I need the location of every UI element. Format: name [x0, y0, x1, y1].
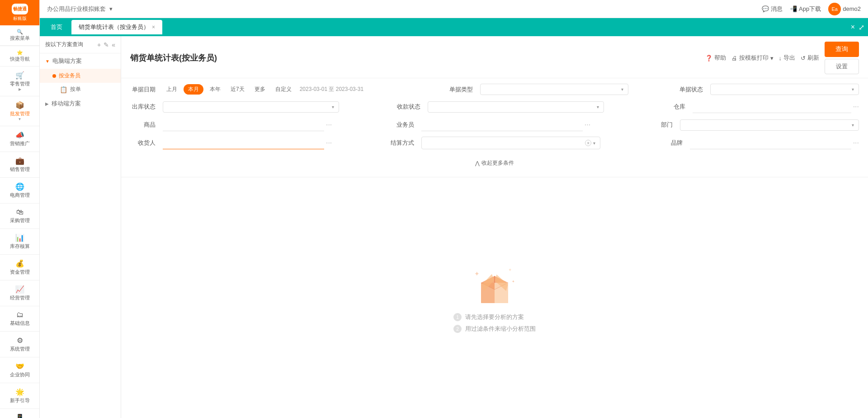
- help-label: 帮助: [714, 54, 726, 62]
- topbar: 办公用品行业模拟账套 ▾ 💬 消息 📲 App下载 Ea demo2: [40, 0, 868, 18]
- goods-label: 商品: [130, 121, 156, 129]
- date-btn-custom[interactable]: 自定义: [272, 84, 295, 95]
- tree-pc-section[interactable]: ▼ 电脑端方案: [40, 53, 121, 69]
- message-btn[interactable]: 💬 消息: [762, 5, 783, 13]
- date-options: 上月 本月 本年 近7天 更多 自定义 2023-03-01 至 2023-03…: [163, 84, 363, 95]
- user-area[interactable]: Ea demo2: [828, 3, 861, 15]
- app-download-btn[interactable]: 📲 App下载: [790, 5, 821, 13]
- payment-label: 结算方式: [389, 139, 414, 147]
- inventory-icon: 📊: [15, 233, 24, 242]
- fullscreen-btn[interactable]: ⤢: [859, 23, 864, 32]
- receiver-dots[interactable]: ···: [326, 139, 332, 147]
- brand-dots[interactable]: ···: [853, 139, 859, 147]
- tab-close-icon[interactable]: ×: [152, 24, 155, 30]
- sidebar: 畅捷通 标账版 🔍 搜索菜单 ⭐ 快捷导航 🛒 零售管理 ▶ 📦 批发管理 ▼ …: [0, 0, 40, 418]
- sidebar-item-enterprise[interactable]: 🤝 企业协同: [0, 357, 39, 383]
- filter-row-2: 出库状态 ▾ 收款状态 ▾ 仓库 ···: [130, 100, 859, 113]
- payment-clear-btn[interactable]: ×: [585, 140, 591, 146]
- logo-icon: 畅捷通: [12, 4, 28, 14]
- tip-num-1: 1: [453, 313, 462, 321]
- collapse-btn[interactable]: ⋀ 收起更多条件: [468, 157, 521, 170]
- date-btn-this-year[interactable]: 本年: [206, 84, 224, 95]
- svg-text:✦: ✦: [474, 270, 480, 277]
- date-btn-more[interactable]: 更多: [251, 84, 269, 95]
- tree-item-by-salesperson[interactable]: 按业务员: [40, 69, 121, 83]
- warehouse-dots[interactable]: ···: [853, 103, 859, 111]
- tree-mobile-section[interactable]: ▶ 移动端方案: [40, 96, 121, 111]
- active-dot: [52, 74, 56, 78]
- retail-arrow: ▶: [19, 87, 21, 91]
- date-btn-7days[interactable]: 近7天: [227, 84, 248, 95]
- salesperson-dots[interactable]: ···: [585, 121, 590, 129]
- tree-item-by-order[interactable]: 📋 按单: [40, 83, 121, 96]
- search-label: 搜索菜单: [10, 35, 30, 42]
- receiver-input[interactable]: [163, 137, 324, 149]
- payment-select[interactable]: × ▾: [421, 137, 600, 149]
- empty-state: ✦ ✦ ✦ 1 请先选择要分析的方案 2 用过滤条件来缩小分析范围: [121, 177, 868, 418]
- salesperson-input[interactable]: [421, 119, 583, 131]
- date-btn-this-month[interactable]: 本月: [184, 84, 203, 95]
- refresh-btn[interactable]: ↺ 刷新: [801, 54, 819, 62]
- collapse-panel-btn[interactable]: «: [112, 41, 115, 48]
- tip-text-1: 请先选择要分析的方案: [465, 313, 524, 321]
- sidebar-item-marketing[interactable]: 📣 营销推广: [0, 126, 39, 152]
- doc-status-select[interactable]: ▾: [710, 84, 859, 95]
- sidebar-shortcut[interactable]: ⭐ 快捷导航: [0, 46, 39, 66]
- empty-illustration: ✦ ✦ ✦: [467, 262, 522, 308]
- help-btn[interactable]: ❓ 帮助: [705, 54, 726, 62]
- tip-text-2: 用过滤条件来缩小分析范围: [465, 325, 536, 333]
- doc-status-label: 单据状态: [678, 86, 703, 94]
- export-btn[interactable]: ↓ 导出: [779, 54, 796, 62]
- message-label: 消息: [771, 5, 783, 13]
- print-icon: 🖨: [731, 55, 737, 62]
- sidebar-item-inventory[interactable]: 📊 库存核算: [0, 229, 39, 255]
- topbar-title-area: 办公用品行业模拟账套 ▾: [47, 5, 113, 13]
- sidebar-search[interactable]: 🔍 搜索菜单: [0, 25, 39, 46]
- brand-input[interactable]: [690, 137, 851, 149]
- by-order-label: 按单: [70, 86, 81, 93]
- order-icon: 📋: [60, 86, 67, 93]
- tab-sales-stat[interactable]: 销货单统计表（按业务员） ×: [71, 20, 162, 34]
- doc-type-select[interactable]: ▾: [480, 84, 629, 95]
- query-button[interactable]: 查询: [825, 42, 859, 57]
- sidebar-item-ecommerce[interactable]: 🌐 电商管理: [0, 178, 39, 204]
- export-label: 导出: [783, 54, 795, 62]
- settings-button[interactable]: 设置: [825, 59, 859, 74]
- sidebar-item-wholesale[interactable]: 📦 批发管理 ▼: [0, 96, 39, 126]
- dept-select[interactable]: ▾: [680, 119, 859, 131]
- date-btn-last-month[interactable]: 上月: [163, 84, 181, 95]
- tab-sales-stat-label: 销货单统计表（按业务员）: [79, 23, 149, 31]
- print-btn[interactable]: 🖨 按模板打印 ▾: [731, 54, 774, 62]
- receipt-status-select[interactable]: ▾: [428, 101, 604, 113]
- enterprise-icon: 🤝: [15, 362, 24, 370]
- retail-label: 零售管理: [10, 81, 30, 87]
- goods-input[interactable]: [163, 119, 324, 131]
- date-label: 单据日期: [130, 86, 156, 94]
- salesperson-label: 业务员: [389, 121, 414, 129]
- filter-row-1: 单据日期 上月 本月 本年 近7天 更多 自定义 2023-03-01 至 20…: [130, 84, 859, 95]
- left-panel-title: 按以下方案查询: [45, 41, 83, 48]
- print-label: 按模板打印: [739, 54, 769, 62]
- add-scheme-btn[interactable]: +: [97, 41, 101, 48]
- retail-icon: 🛒: [15, 71, 24, 80]
- out-status-select[interactable]: ▾: [163, 101, 339, 113]
- close-all-btn[interactable]: ×: [851, 23, 855, 31]
- edit-scheme-btn[interactable]: ✎: [104, 41, 109, 48]
- left-panel-actions: + ✎ «: [97, 41, 115, 48]
- sidebar-item-sales[interactable]: 💼 销售管理: [0, 152, 39, 178]
- sidebar-item-operations[interactable]: 📈 经营管理: [0, 280, 39, 306]
- avatar: Ea: [828, 3, 841, 15]
- sidebar-item-retail[interactable]: 🛒 零售管理 ▶: [0, 66, 39, 96]
- goods-dots[interactable]: ···: [326, 121, 332, 129]
- receipt-status-arrow: ▾: [597, 104, 599, 109]
- sidebar-item-finance[interactable]: 💰 资金管理: [0, 255, 39, 280]
- sidebar-item-newbie[interactable]: 🌟 新手引导: [0, 383, 39, 409]
- sidebar-item-purchase[interactable]: 🛍 采购管理: [0, 204, 39, 229]
- tab-home[interactable]: 首页: [43, 20, 70, 34]
- warehouse-input[interactable]: [693, 100, 851, 113]
- topbar-dropdown-icon[interactable]: ▾: [109, 5, 113, 12]
- sidebar-item-system[interactable]: ⚙ 系统管理: [0, 332, 39, 357]
- out-status-arrow: ▾: [332, 104, 334, 109]
- sidebar-item-basic[interactable]: 🗂 基础信息: [0, 306, 39, 332]
- sidebar-item-apps[interactable]: 📱 应用中心: [0, 409, 39, 418]
